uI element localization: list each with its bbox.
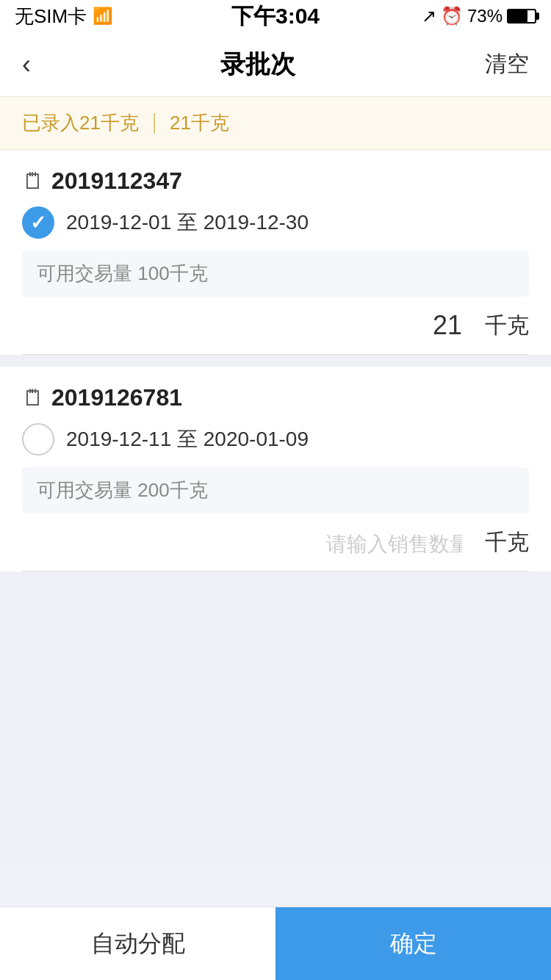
- item2-date-range: 2019-12-11 至 2020-01-09: [66, 425, 309, 453]
- status-bar: 无SIM卡 📶 下午3:04 ↗ ⏰ 73%: [0, 0, 551, 32]
- item2-doc-icon: 🗒: [22, 386, 44, 411]
- item2-quantity-row: 千克: [0, 514, 551, 571]
- total-amount: 21千克: [170, 110, 229, 136]
- item1-id: 2019112347: [51, 167, 182, 195]
- info-banner: 已录入21千克 21千克: [0, 97, 551, 150]
- clear-button[interactable]: 清空: [485, 49, 529, 79]
- page-title: 录批次: [220, 48, 295, 82]
- section-separator: [0, 355, 551, 367]
- item1-unit: 千克: [485, 311, 529, 341]
- location-icon: ↗: [422, 6, 436, 26]
- alarm-icon: ⏰: [441, 6, 463, 26]
- status-right: ↗ ⏰ 73%: [422, 6, 536, 26]
- entered-amount: 已录入21千克: [22, 110, 139, 136]
- item2-available-label: 可用交易量 200千克: [37, 479, 208, 501]
- item1-date-range: 2019-12-01 至 2019-12-30: [66, 209, 309, 237]
- item1-radio[interactable]: [22, 206, 54, 239]
- auto-distribute-button[interactable]: 自动分配: [0, 907, 276, 980]
- status-carrier: 无SIM卡 📶: [15, 4, 112, 29]
- nav-bar: ‹ 录批次 清空: [0, 32, 551, 97]
- item2-id: 2019126781: [51, 384, 182, 411]
- item1-quantity-box: 可用交易量 100千克: [22, 251, 529, 297]
- item1-row[interactable]: 2019-12-01 至 2019-12-30: [0, 201, 551, 245]
- item2-unit: 千克: [485, 527, 529, 558]
- bottom-bar: 自动分配 确定: [0, 907, 551, 980]
- item2-header: 🗒 2019126781: [0, 367, 551, 417]
- item2-row[interactable]: 2019-12-11 至 2020-01-09: [0, 417, 551, 461]
- item1-header: 🗒 2019112347: [0, 150, 551, 201]
- item-card-1: 🗒 2019112347 2019-12-01 至 2019-12-30 可用交…: [0, 150, 551, 355]
- back-button[interactable]: ‹: [22, 49, 31, 80]
- empty-area: [0, 572, 551, 865]
- status-time: 下午3:04: [231, 1, 320, 32]
- battery-icon: [507, 9, 536, 24]
- item1-quantity-input[interactable]: [326, 310, 473, 341]
- item2-quantity-box: 可用交易量 200千克: [22, 467, 529, 514]
- item1-quantity-row: 千克: [0, 297, 551, 354]
- battery-percent: 73%: [467, 6, 503, 26]
- wifi-icon: 📶: [93, 7, 112, 26]
- item-card-2: 🗒 2019126781 2019-12-11 至 2020-01-09 可用交…: [0, 367, 551, 572]
- banner-divider: [154, 113, 155, 134]
- carrier-text: 无SIM卡: [15, 4, 87, 29]
- item1-available-label: 可用交易量 100千克: [37, 262, 208, 284]
- item2-radio[interactable]: [22, 423, 54, 455]
- item2-quantity-input[interactable]: [326, 527, 473, 558]
- confirm-button[interactable]: 确定: [276, 907, 551, 980]
- item1-doc-icon: 🗒: [22, 169, 44, 194]
